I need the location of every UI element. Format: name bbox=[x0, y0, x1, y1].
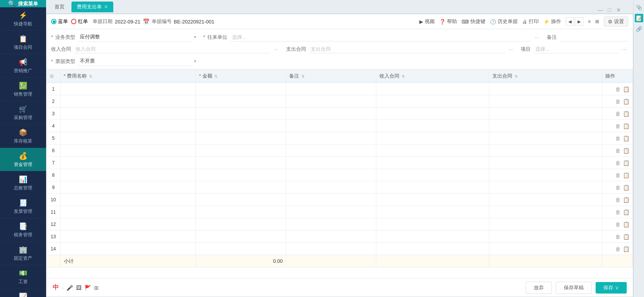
project-more-icon[interactable]: ··· bbox=[621, 46, 628, 52]
history-button[interactable]: 🕐 历史单据 bbox=[490, 18, 518, 25]
income-contract-more-icon[interactable]: ··· bbox=[272, 46, 280, 52]
sidebar-item-project-contract[interactable]: 📋 项目合同 bbox=[0, 31, 46, 54]
brand-icon-grid[interactable]: ⊞ bbox=[94, 285, 99, 291]
copy-icon[interactable]: 📋 bbox=[623, 86, 629, 92]
docno-value[interactable]: BE-20220921-001 bbox=[174, 19, 215, 25]
copy-icon[interactable]: 📋 bbox=[623, 98, 629, 105]
delete-icon[interactable]: 🗑 bbox=[615, 98, 621, 105]
sidebar-item-quick-nav[interactable]: ⚡ 快捷导航 bbox=[0, 7, 46, 31]
brand-icon-img[interactable]: 🖼 bbox=[76, 285, 81, 291]
delete-icon[interactable]: 🗑 bbox=[615, 123, 621, 129]
settings-button[interactable]: ⚙ 设置 bbox=[604, 17, 628, 27]
sort-icon-amount[interactable]: ⇅ bbox=[214, 74, 217, 78]
sidebar-item-fixed-assets[interactable]: 🏢 固定资产 bbox=[0, 242, 46, 265]
delete-icon[interactable]: 🗑 bbox=[615, 234, 621, 240]
right-panel-link-icon[interactable]: 🔗 bbox=[635, 25, 643, 33]
layout-icon2[interactable]: ⊞ bbox=[595, 19, 599, 24]
close-button[interactable]: ✕ bbox=[616, 7, 622, 13]
delete-icon[interactable]: 🗑 bbox=[615, 135, 621, 141]
copy-icon[interactable]: 📋 bbox=[623, 246, 629, 252]
minimize-button[interactable]: — bbox=[597, 7, 603, 13]
copy-icon[interactable]: 📋 bbox=[623, 209, 629, 215]
right-panel-note-icon[interactable]: 📝 bbox=[635, 14, 643, 22]
copy-icon[interactable]: 📋 bbox=[623, 135, 629, 141]
calendar-icon[interactable]: 📅 bbox=[143, 18, 149, 25]
save-draft-button[interactable]: 保存草稿 bbox=[556, 282, 592, 294]
copy-icon[interactable]: 📋 bbox=[623, 184, 629, 191]
brand-icon-mic[interactable]: 🎤 bbox=[66, 285, 73, 291]
sidebar-item-tax[interactable]: 📑 税务管理 bbox=[0, 218, 46, 242]
print-button[interactable]: 🖨 打印 bbox=[522, 18, 539, 25]
help-button[interactable]: ❓ 帮助 bbox=[439, 18, 457, 25]
layout-icon1[interactable]: ≡ bbox=[588, 19, 591, 24]
cell-income-2[interactable] bbox=[376, 95, 489, 108]
shortcuts-button[interactable]: ⌨ 快捷键 bbox=[462, 18, 485, 25]
biz-type-value[interactable]: 应付调整 bbox=[78, 32, 193, 42]
project-input[interactable] bbox=[533, 45, 618, 53]
cell-expense-2[interactable] bbox=[489, 95, 602, 108]
delete-icon[interactable]: 🗑 bbox=[615, 184, 621, 191]
th-gear[interactable]: ⚙ bbox=[46, 70, 60, 83]
sidebar-item-invoice[interactable]: 🧾 发票管理 bbox=[0, 195, 46, 218]
radio-blue[interactable]: 蓝单 bbox=[51, 18, 68, 25]
cell-amount-2[interactable] bbox=[196, 95, 286, 108]
copy-icon[interactable]: 📋 bbox=[623, 234, 629, 240]
delete-icon[interactable]: 🗑 bbox=[615, 221, 621, 227]
delete-icon[interactable]: 🗑 bbox=[615, 160, 621, 166]
biz-type-select[interactable]: 应付调整 ▼ bbox=[78, 32, 197, 42]
sort-icon-income[interactable]: ⇅ bbox=[402, 74, 405, 78]
copy-icon[interactable]: 📋 bbox=[623, 123, 629, 129]
tab-home[interactable]: 首页 bbox=[49, 2, 70, 12]
sort-icon-note[interactable]: ⇅ bbox=[301, 74, 305, 78]
cell-expense-1[interactable] bbox=[489, 83, 602, 95]
gear-icon[interactable]: ⚙ bbox=[50, 73, 54, 79]
remark-input[interactable] bbox=[559, 33, 628, 41]
copy-icon[interactable]: 📋 bbox=[623, 197, 629, 203]
copy-icon[interactable]: 📋 bbox=[623, 160, 629, 166]
delete-icon[interactable]: 🗑 bbox=[615, 209, 621, 215]
sidebar-item-fund-mgmt[interactable]: 💰 资金管理 bbox=[0, 148, 46, 171]
sidebar-item-payroll[interactable]: 💵 工资 bbox=[0, 265, 46, 289]
cell-income-1[interactable] bbox=[376, 83, 489, 95]
nav-next[interactable]: ▶ bbox=[575, 17, 583, 26]
nav-prev[interactable]: ◀ bbox=[566, 17, 574, 26]
cell-name-1[interactable] bbox=[60, 83, 196, 95]
copy-icon[interactable]: 📋 bbox=[623, 221, 629, 227]
copy-icon[interactable]: 📋 bbox=[623, 172, 629, 178]
maximize-button[interactable]: □ bbox=[606, 7, 613, 13]
sidebar-item-sales[interactable]: 💹 销售管理 bbox=[0, 78, 46, 101]
delete-icon[interactable]: 🗑 bbox=[615, 197, 621, 203]
expense-contract-more-icon[interactable]: ··· bbox=[507, 46, 515, 52]
counterpart-more-icon[interactable]: ··· bbox=[533, 34, 541, 40]
cell-amount-1[interactable] bbox=[196, 83, 286, 95]
delete-icon[interactable]: 🗑 bbox=[615, 246, 621, 252]
discard-button[interactable]: 放弃 bbox=[526, 282, 552, 294]
delete-icon[interactable]: 🗑 bbox=[615, 172, 621, 178]
sort-icon-expense[interactable]: ⇅ bbox=[515, 74, 518, 78]
date-value[interactable]: 2022-09-21 bbox=[115, 19, 141, 25]
video-button[interactable]: ▶ 视频 bbox=[419, 18, 435, 25]
tab-close-icon[interactable]: ✕ bbox=[104, 4, 108, 10]
copy-icon[interactable]: 📋 bbox=[623, 111, 629, 117]
right-panel-attach-icon[interactable]: 📎 bbox=[635, 3, 643, 12]
save-button[interactable]: 保存 ∨ bbox=[596, 282, 627, 294]
brand-icon-flag[interactable]: 🚩 bbox=[84, 285, 91, 291]
invoice-type-value[interactable]: 不开票 bbox=[78, 56, 193, 66]
cell-note-1[interactable] bbox=[286, 83, 376, 95]
delete-icon[interactable]: 🗑 bbox=[615, 148, 621, 154]
invoice-type-select[interactable]: 不开票 ▼ bbox=[78, 56, 197, 66]
operations-button[interactable]: ⚡ 操作 bbox=[543, 18, 561, 25]
radio-red[interactable]: 红单 bbox=[71, 18, 88, 25]
delete-icon[interactable]: 🗑 bbox=[615, 86, 621, 92]
sidebar-item-purchase[interactable]: 🛒 采购管理 bbox=[0, 101, 46, 124]
sidebar-item-inventory[interactable]: 📦 库存核算 bbox=[0, 124, 46, 148]
expense-contract-input[interactable] bbox=[308, 45, 505, 53]
sidebar-item-account[interactable]: 📊 总账管理 bbox=[0, 171, 46, 195]
sort-icon-name[interactable]: ⇅ bbox=[89, 74, 92, 78]
copy-icon[interactable]: 📋 bbox=[623, 148, 629, 154]
counterpart-input[interactable] bbox=[230, 33, 531, 41]
sidebar-header[interactable]: 🔍 搜索菜单 bbox=[0, 0, 46, 7]
cell-note-2[interactable] bbox=[286, 95, 376, 108]
delete-icon[interactable]: 🗑 bbox=[615, 111, 621, 117]
cell-name-2[interactable] bbox=[60, 95, 196, 108]
